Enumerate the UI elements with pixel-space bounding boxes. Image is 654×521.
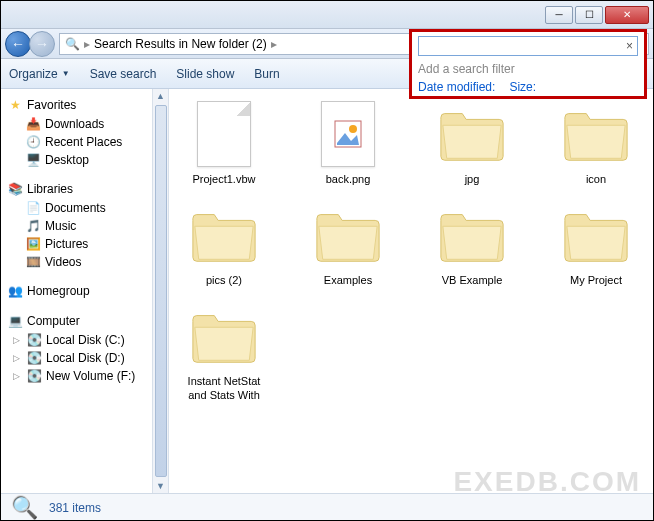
computer-label: Computer bbox=[27, 314, 80, 328]
watermark-text: EXEDB.COM bbox=[453, 466, 641, 498]
favorites-group: ★ Favorites 📥Downloads 🕘Recent Places 🖥️… bbox=[7, 95, 150, 169]
folder-icon bbox=[437, 99, 507, 169]
scroll-up-icon[interactable]: ▲ bbox=[156, 89, 165, 103]
recent-icon: 🕘 bbox=[25, 134, 41, 150]
burn-button[interactable]: Burn bbox=[254, 67, 279, 81]
maximize-button[interactable]: ☐ bbox=[575, 6, 603, 24]
videos-icon: 🎞️ bbox=[25, 254, 41, 270]
sidebar-item-label: Desktop bbox=[45, 153, 89, 167]
window-titlebar: ─ ☐ ✕ bbox=[1, 1, 653, 29]
music-icon: 🎵 bbox=[25, 218, 41, 234]
drive-icon: 💽 bbox=[26, 332, 42, 348]
sidebar-item-label: Downloads bbox=[45, 117, 104, 131]
item-label: jpg bbox=[427, 173, 517, 186]
favorites-label: Favorites bbox=[27, 98, 76, 112]
libraries-header[interactable]: 📚 Libraries bbox=[7, 179, 150, 199]
item-label: Examples bbox=[303, 274, 393, 287]
sidebar-item-videos[interactable]: 🎞️Videos bbox=[25, 253, 150, 271]
star-icon: ★ bbox=[7, 97, 23, 113]
close-button[interactable]: ✕ bbox=[605, 6, 649, 24]
tree-expand-icon: ▷ bbox=[13, 353, 20, 363]
item-label: VB Example bbox=[427, 274, 517, 287]
sidebar-item-recent-places[interactable]: 🕘Recent Places bbox=[25, 133, 150, 151]
save-search-button[interactable]: Save search bbox=[90, 67, 157, 81]
sidebar-item-desktop[interactable]: 🖥️Desktop bbox=[25, 151, 150, 169]
organize-menu[interactable]: Organize ▼ bbox=[9, 67, 70, 81]
sidebar-item-downloads[interactable]: 📥Downloads bbox=[25, 115, 150, 133]
sidebar-item-label: Videos bbox=[45, 255, 81, 269]
computer-header[interactable]: 💻 Computer bbox=[7, 311, 150, 331]
folder-icon bbox=[189, 301, 259, 371]
scroll-down-icon[interactable]: ▼ bbox=[156, 479, 165, 493]
sidebar-item-music[interactable]: 🎵Music bbox=[25, 217, 150, 235]
list-item[interactable]: Instant NetStat and Stats With bbox=[179, 301, 269, 401]
save-search-label: Save search bbox=[90, 67, 157, 81]
file-doc-icon bbox=[189, 99, 259, 169]
homegroup-header[interactable]: 👥 Homegroup bbox=[7, 281, 150, 301]
sidebar-item-drive-f[interactable]: ▷💽New Volume (F:) bbox=[25, 367, 150, 385]
filter-date-modified[interactable]: Date modified: bbox=[418, 80, 495, 94]
desktop-icon: 🖥️ bbox=[25, 152, 41, 168]
libraries-label: Libraries bbox=[27, 182, 73, 196]
search-filter-links: Date modified: Size: bbox=[418, 80, 638, 94]
sidebar-item-label: Recent Places bbox=[45, 135, 122, 149]
tree-expand-icon: ▷ bbox=[13, 371, 20, 381]
sidebar-scrollbar[interactable]: ▲ ▼ bbox=[152, 89, 168, 493]
sidebar-item-drive-c[interactable]: ▷💽Local Disk (C:) bbox=[25, 331, 150, 349]
list-item[interactable]: VB Example bbox=[427, 200, 517, 287]
minimize-button[interactable]: ─ bbox=[545, 6, 573, 24]
back-button[interactable]: ← bbox=[5, 31, 31, 57]
search-panel-highlight: × Add a search filter Date modified: Siz… bbox=[409, 29, 647, 99]
list-item[interactable]: Examples bbox=[303, 200, 393, 287]
pictures-icon: 🖼️ bbox=[25, 236, 41, 252]
sidebar-item-label: Local Disk (D:) bbox=[46, 351, 125, 365]
folder-icon bbox=[437, 200, 507, 270]
search-input[interactable] bbox=[423, 38, 613, 54]
main-area: ★ Favorites 📥Downloads 🕘Recent Places 🖥️… bbox=[1, 89, 653, 493]
search-box[interactable]: × bbox=[418, 36, 638, 56]
folder-icon bbox=[561, 200, 631, 270]
item-label: pics (2) bbox=[179, 274, 269, 287]
sidebar-item-label: Documents bbox=[45, 201, 106, 215]
favorites-header[interactable]: ★ Favorites bbox=[7, 95, 150, 115]
computer-group: 💻 Computer ▷💽Local Disk (C:) ▷💽Local Dis… bbox=[7, 311, 150, 385]
folder-icon bbox=[313, 200, 383, 270]
scroll-thumb[interactable] bbox=[155, 105, 167, 477]
homegroup-group: 👥 Homegroup bbox=[7, 281, 150, 301]
computer-icon: 💻 bbox=[7, 313, 23, 329]
filter-size[interactable]: Size: bbox=[509, 80, 536, 94]
homegroup-icon: 👥 bbox=[7, 283, 23, 299]
item-label: Project1.vbw bbox=[179, 173, 269, 186]
navigation-pane: ★ Favorites 📥Downloads 🕘Recent Places 🖥️… bbox=[1, 89, 169, 493]
list-item[interactable]: icon bbox=[551, 99, 641, 186]
sidebar-item-label: Music bbox=[45, 219, 76, 233]
sidebar-item-drive-d[interactable]: ▷💽Local Disk (D:) bbox=[25, 349, 150, 367]
back-arrow-icon: ← bbox=[11, 36, 25, 52]
tree-expand-icon: ▷ bbox=[13, 335, 20, 345]
sidebar-item-pictures[interactable]: 🖼️Pictures bbox=[25, 235, 150, 253]
list-item[interactable]: back.png bbox=[303, 99, 393, 186]
list-item[interactable]: My Project bbox=[551, 200, 641, 287]
forward-button[interactable]: → bbox=[29, 31, 55, 57]
libraries-group: 📚 Libraries 📄Documents 🎵Music 🖼️Pictures… bbox=[7, 179, 150, 271]
search-glyph-icon: 🔍 bbox=[64, 36, 80, 52]
forward-arrow-icon: → bbox=[35, 36, 49, 52]
burn-label: Burn bbox=[254, 67, 279, 81]
drive-icon: 💽 bbox=[26, 350, 42, 366]
items-view: Project1.vbw back.png jpg icon pics (2) … bbox=[169, 89, 653, 493]
slide-show-button[interactable]: Slide show bbox=[176, 67, 234, 81]
item-count: 381 items bbox=[49, 501, 101, 515]
item-label: icon bbox=[551, 173, 641, 186]
list-item[interactable]: jpg bbox=[427, 99, 517, 186]
list-item[interactable]: pics (2) bbox=[179, 200, 269, 287]
magnifier-icon: 🔍 bbox=[11, 495, 37, 521]
item-label: back.png bbox=[303, 173, 393, 186]
sidebar-item-label: Local Disk (C:) bbox=[46, 333, 125, 347]
item-label: My Project bbox=[551, 274, 641, 287]
list-item[interactable]: Project1.vbw bbox=[179, 99, 269, 186]
clear-search-button[interactable]: × bbox=[626, 39, 633, 53]
file-img-icon bbox=[313, 99, 383, 169]
slide-show-label: Slide show bbox=[176, 67, 234, 81]
sidebar-item-documents[interactable]: 📄Documents bbox=[25, 199, 150, 217]
breadcrumb-text: Search Results in New folder (2) bbox=[94, 37, 267, 51]
